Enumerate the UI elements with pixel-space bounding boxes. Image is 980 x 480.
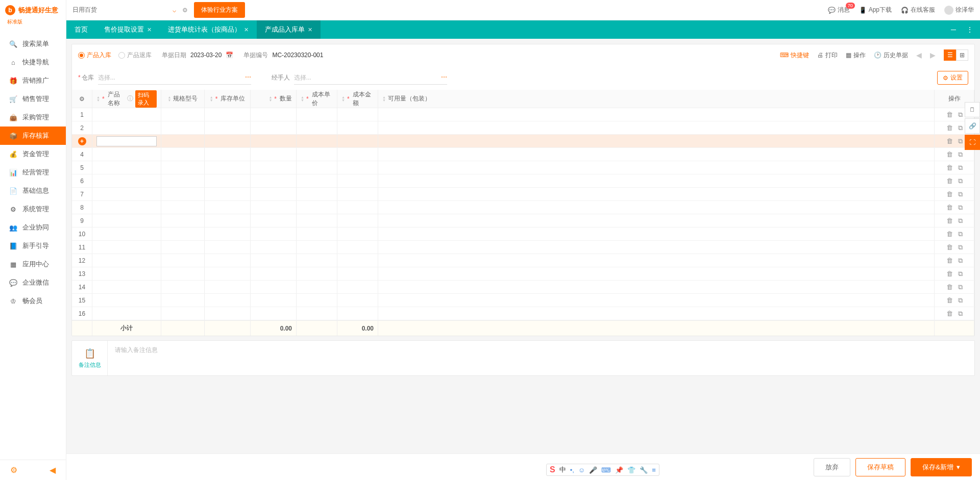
table-row[interactable]: 6 🗑 ⧉	[72, 174, 974, 188]
tab-minimize-button[interactable]: ─	[947, 23, 960, 36]
discard-button[interactable]: 放弃	[814, 458, 850, 476]
delete-row-icon[interactable]: 🗑	[946, 296, 953, 304]
table-row[interactable]: + 🗑 ⧉	[72, 135, 974, 148]
save-draft-button[interactable]: 保存草稿	[855, 458, 905, 476]
delete-row-icon[interactable]: 🗑	[946, 111, 953, 118]
ime-tool-icon[interactable]: 🔧	[640, 466, 648, 474]
col-config-button[interactable]: ⚙	[72, 90, 92, 108]
view-list-button[interactable]: ☰	[944, 49, 956, 61]
sidebar-item-8[interactable]: 📄基础信息	[0, 182, 66, 200]
tab-0[interactable]: 首页	[66, 20, 96, 39]
copy-row-icon[interactable]: ⧉	[958, 270, 963, 278]
ime-smile-icon[interactable]: ☺	[578, 466, 585, 474]
sidebar-item-5[interactable]: 📦库存核算	[0, 127, 66, 145]
close-icon[interactable]: ✕	[147, 27, 152, 33]
more-icon[interactable]: ⋯	[441, 73, 447, 82]
scan-badge[interactable]: 扫码录入	[135, 90, 157, 108]
table-row[interactable]: 1 🗑 ⧉	[72, 108, 974, 121]
copy-row-icon[interactable]: ⧉	[958, 230, 963, 238]
delete-row-icon[interactable]: 🗑	[946, 124, 953, 132]
settings-gear-icon[interactable]: ⚙	[10, 465, 17, 475]
sidebar-item-2[interactable]: 🎁营销推广	[0, 71, 66, 90]
ime-mic-icon[interactable]: 🎤	[589, 466, 597, 474]
delete-row-icon[interactable]: 🗑	[946, 177, 953, 185]
copy-row-icon[interactable]: ⧉	[958, 111, 963, 119]
table-row[interactable]: 2 🗑 ⧉	[72, 121, 974, 135]
copy-row-icon[interactable]: ⧉	[958, 310, 963, 318]
tab-3[interactable]: 产成品入库单✕	[257, 20, 321, 39]
copy-row-icon[interactable]: ⧉	[958, 137, 963, 145]
copy-row-icon[interactable]: ⧉	[958, 257, 963, 265]
copy-row-icon[interactable]: ⧉	[958, 150, 963, 159]
delete-row-icon[interactable]: 🗑	[946, 150, 953, 158]
col-price[interactable]: ▲▼*成本单价	[297, 90, 337, 108]
delete-row-icon[interactable]: 🗑	[946, 217, 953, 224]
delete-row-icon[interactable]: 🗑	[946, 230, 953, 238]
sidebar-item-7[interactable]: 📊经营管理	[0, 163, 66, 182]
sidebar-item-10[interactable]: 👥企业协同	[0, 218, 66, 237]
view-detail-button[interactable]: ⊞	[956, 49, 968, 61]
copy-row-icon[interactable]: ⧉	[958, 296, 963, 305]
copy-row-icon[interactable]: ⧉	[958, 217, 963, 225]
delete-row-icon[interactable]: 🗑	[946, 137, 953, 145]
table-settings-button[interactable]: ⚙ 设置	[937, 71, 968, 85]
sidebar-item-12[interactable]: ▦应用中心	[0, 255, 66, 273]
next-page-button[interactable]: ▶	[930, 51, 936, 59]
shortcut-link[interactable]: ⌨快捷键	[780, 51, 809, 60]
ime-menu-icon[interactable]: ≡	[652, 466, 656, 474]
copy-row-icon[interactable]: ⧉	[958, 243, 963, 251]
sidebar-item-4[interactable]: 👜采购管理	[0, 108, 66, 127]
table-row[interactable]: 11 🗑 ⧉	[72, 241, 974, 254]
delete-row-icon[interactable]: 🗑	[946, 270, 953, 277]
prev-page-button[interactable]: ◀	[916, 51, 922, 59]
col-amount[interactable]: ▲▼*成本金额	[337, 90, 378, 108]
delete-row-icon[interactable]: 🗑	[946, 310, 953, 317]
table-row[interactable]: 8 🗑 ⧉	[72, 201, 974, 214]
ime-keyboard-icon[interactable]: ⌨	[601, 466, 611, 474]
table-row[interactable]: 13 🗑 ⧉	[72, 267, 974, 281]
copy-row-icon[interactable]: ⧉	[958, 204, 963, 212]
category-select[interactable]: 日用百货 ⌵	[72, 6, 176, 14]
col-product-name[interactable]: ▲▼ *产品名称ⓘ 扫码录入	[92, 90, 161, 108]
close-icon[interactable]: ✕	[308, 27, 312, 33]
messages-button[interactable]: 💬 消息 70	[828, 6, 850, 14]
add-row-button[interactable]: +	[78, 137, 86, 145]
table-row[interactable]: 4 🗑 ⧉	[72, 148, 974, 161]
table-row[interactable]: 15 🗑 ⧉	[72, 294, 974, 307]
col-unit[interactable]: ▲▼*库存单位	[205, 90, 251, 108]
warehouse-select[interactable]: 选择... ⋯	[98, 71, 251, 85]
ime-dot-icon[interactable]: •,	[570, 466, 574, 474]
copy-row-icon[interactable]: ⧉	[958, 164, 963, 172]
delete-row-icon[interactable]: 🗑	[946, 257, 953, 264]
table-row[interactable]: 16 🗑 ⧉	[72, 307, 974, 320]
tab-menu-button[interactable]: ⋮	[964, 23, 976, 36]
product-name-input[interactable]	[96, 136, 157, 146]
save-new-button[interactable]: 保存&新增▾	[911, 458, 972, 476]
date-value[interactable]: 2023-03-20	[190, 52, 222, 59]
sidebar-item-11[interactable]: 📘新手引导	[0, 237, 66, 255]
dock-link-icon[interactable]: 🔗	[965, 118, 980, 134]
table-row[interactable]: 14 🗑 ⧉	[72, 281, 974, 294]
tab-2[interactable]: 进货单统计表（按商品）✕	[160, 20, 257, 39]
delete-row-icon[interactable]: 🗑	[946, 243, 953, 251]
operate-link[interactable]: ▦操作	[846, 51, 866, 60]
table-row[interactable]: 12 🗑 ⧉	[72, 254, 974, 267]
print-link[interactable]: 🖨打印	[817, 51, 838, 60]
history-link[interactable]: 🕑历史单据	[874, 51, 908, 60]
support-button[interactable]: 🎧 在线客服	[901, 6, 935, 14]
copy-row-icon[interactable]: ⧉	[958, 283, 963, 291]
ime-pin-icon[interactable]: 📌	[615, 466, 623, 474]
dock-note-icon[interactable]: 🗒	[965, 102, 980, 117]
handler-select[interactable]: 选择... ⋯	[294, 71, 447, 85]
col-qty[interactable]: ▲▼*数量	[251, 90, 297, 108]
user-menu[interactable]: 徐泽华	[944, 6, 974, 15]
app-download-button[interactable]: 📱 App下载	[859, 6, 892, 14]
ime-skin-icon[interactable]: 👕	[627, 466, 635, 474]
calendar-icon[interactable]: 📅	[226, 52, 233, 59]
sidebar-item-13[interactable]: 💬企业微信	[0, 273, 66, 292]
delete-row-icon[interactable]: 🗑	[946, 190, 953, 198]
tab-1[interactable]: 售价提取设置✕	[96, 20, 160, 39]
sidebar-item-6[interactable]: 💰资金管理	[0, 145, 66, 163]
radio-product-in[interactable]: 产品入库	[78, 51, 111, 60]
collapse-icon[interactable]: ◀	[50, 465, 56, 475]
